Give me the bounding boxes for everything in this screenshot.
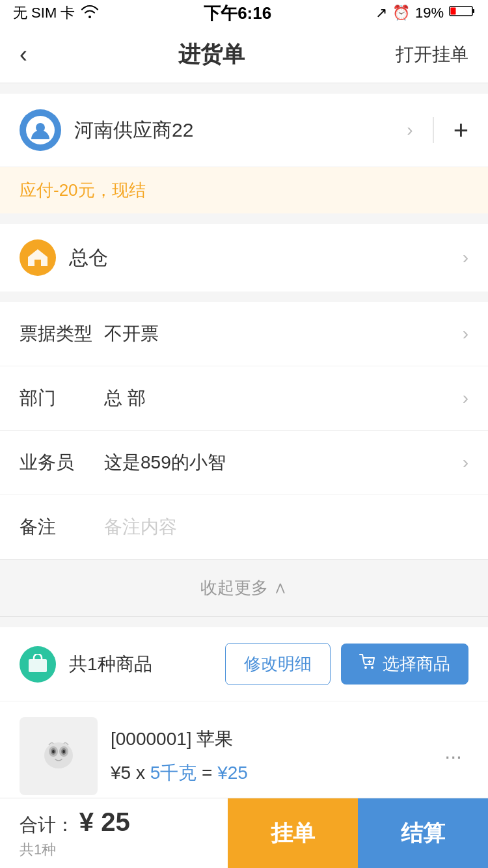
location-icon: ↗ — [375, 5, 387, 21]
supplier-arrow-icon: › — [407, 120, 413, 141]
status-right: ↗ ⏰ 19% — [375, 5, 475, 21]
product-name: [0000001] 苹果 — [111, 727, 438, 752]
svg-point-14 — [62, 750, 65, 753]
carrier-label: 无 SIM 卡 — [13, 3, 75, 23]
collapse-button[interactable]: 收起更多 ∧ — [200, 578, 287, 597]
cart-icon — [359, 654, 377, 674]
warehouse-name: 总仓 — [69, 245, 463, 271]
product-thumbnail — [20, 717, 98, 795]
svg-rect-2 — [451, 8, 456, 15]
warehouse-row[interactable]: 总仓 › — [0, 224, 488, 292]
status-left: 无 SIM 卡 — [13, 3, 100, 23]
product-thumb-owl-icon — [36, 731, 81, 782]
wifi-icon — [80, 4, 100, 22]
quantity: 5千克 — [150, 763, 197, 783]
equals: = — [197, 763, 217, 783]
total-label: 合计： — [20, 815, 74, 835]
invoice-label: 票据类型 — [20, 321, 104, 346]
product-count-icon — [20, 646, 56, 683]
remark-input[interactable]: 备注内容 — [104, 515, 468, 539]
svg-point-7 — [371, 666, 373, 669]
supplier-row[interactable]: 河南供应商22 › + — [0, 94, 488, 167]
salesman-row[interactable]: 业务员 这是859的小智 › — [0, 431, 488, 495]
select-product-button[interactable]: 选择商品 — [341, 644, 468, 685]
product-item: [0000001] 苹果 ¥5 x 5千克 = ¥25 ··· — [0, 701, 488, 811]
supplier-divider — [433, 117, 434, 143]
supplier-notice: 应付-20元，现结 — [0, 167, 488, 213]
total-amount: ¥ 25 — [79, 807, 130, 836]
department-label: 部门 — [20, 386, 104, 411]
salesman-arrow-icon: › — [463, 452, 468, 473]
footer: 合计： ¥ 25 共1种 挂单 结算 — [0, 798, 488, 868]
invoice-arrow-icon: › — [463, 323, 468, 344]
product-title: 苹果 — [197, 729, 233, 749]
supplier-name: 河南供应商22 — [74, 117, 407, 144]
pending-button[interactable]: 挂单 — [228, 798, 358, 869]
svg-rect-1 — [472, 9, 474, 13]
alarm-icon: ⏰ — [392, 5, 410, 21]
product-info: [0000001] 苹果 ¥5 x 5千克 = ¥25 — [111, 727, 438, 785]
form-section: 票据类型 不开票 › 部门 总 部 › 业务员 这是859的小智 › 备注 备注… — [0, 302, 488, 559]
invoice-value: 不开票 — [104, 321, 463, 346]
department-arrow-icon: › — [463, 388, 468, 409]
supplier-add-button[interactable]: + — [454, 116, 468, 145]
nav-bar: ‹ 进货单 打开挂单 — [0, 26, 488, 83]
salesman-label: 业务员 — [20, 450, 104, 475]
status-bar: 无 SIM 卡 下午6:16 ↗ ⏰ 19% — [0, 0, 488, 26]
back-button[interactable]: ‹ — [20, 41, 27, 68]
battery-icon — [449, 5, 475, 21]
svg-rect-4 — [34, 260, 41, 266]
footer-total: 合计： ¥ 25 共1种 — [0, 807, 228, 860]
status-time: 下午6:16 — [204, 2, 271, 25]
salesman-value: 这是859的小智 — [104, 450, 463, 475]
svg-rect-5 — [29, 659, 47, 672]
product-count: 共1种商品 — [69, 652, 225, 677]
page-title: 进货单 — [178, 40, 245, 70]
product-price: ¥5 x 5千克 = ¥25 — [111, 761, 438, 785]
warehouse-section: 总仓 › — [0, 224, 488, 292]
total-sub: 共1种 — [20, 840, 208, 860]
total-price: ¥25 — [217, 763, 248, 783]
warehouse-arrow-icon: › — [463, 247, 468, 268]
department-value: 总 部 — [104, 386, 463, 411]
unit-price: ¥5 x — [111, 763, 150, 783]
collapse-section[interactable]: 收起更多 ∧ — [0, 559, 488, 617]
supplier-section: 河南供应商22 › + 应付-20元，现结 — [0, 94, 488, 213]
products-header: 共1种商品 修改明细 选择商品 — [0, 627, 488, 701]
product-more-button[interactable]: ··· — [438, 738, 468, 775]
svg-point-13 — [52, 750, 55, 753]
product-code: [0000001] — [111, 729, 197, 749]
battery-label: 19% — [415, 5, 444, 21]
warehouse-icon — [20, 239, 56, 276]
svg-point-8 — [44, 742, 73, 768]
products-section: 共1种商品 修改明细 选择商品 — [0, 627, 488, 811]
invoice-row[interactable]: 票据类型 不开票 › — [0, 302, 488, 366]
open-pending-button[interactable]: 打开挂单 — [396, 42, 468, 67]
edit-detail-button[interactable]: 修改明细 — [225, 643, 331, 685]
select-product-label: 选择商品 — [383, 653, 450, 675]
supplier-avatar — [20, 109, 61, 151]
remark-label: 备注 — [20, 515, 104, 539]
settle-button[interactable]: 结算 — [358, 798, 488, 869]
svg-point-6 — [364, 666, 367, 669]
department-row[interactable]: 部门 总 部 › — [0, 366, 488, 431]
content: 河南供应商22 › + 应付-20元，现结 总仓 › 票据类型 不开票 › — [0, 94, 488, 868]
remark-row[interactable]: 备注 备注内容 — [0, 495, 488, 559]
